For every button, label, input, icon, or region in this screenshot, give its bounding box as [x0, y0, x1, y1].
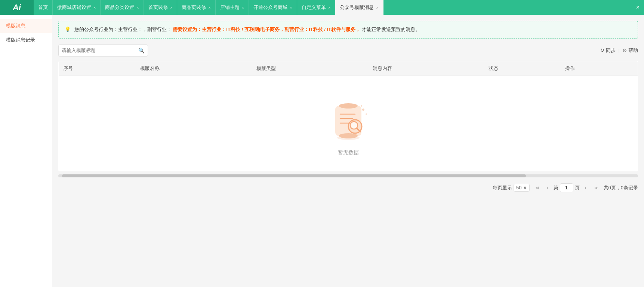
- tab-close-category[interactable]: ×: [136, 6, 139, 10]
- search-row: 🔍 ↻ 同步 | ⊙ 帮助: [58, 45, 638, 57]
- col-type: 模版类型: [252, 61, 368, 76]
- divider: |: [619, 48, 620, 53]
- sync-label: 同步: [606, 47, 616, 54]
- page-size-value: 50: [516, 185, 521, 190]
- svg-point-2: [339, 133, 358, 138]
- sidebar: 模版消息模版消息记录: [0, 15, 52, 287]
- page-size-dropdown[interactable]: 50 ∨: [514, 184, 529, 192]
- empty-illustration: [326, 98, 371, 143]
- tab-label-shop-theme: 店铺主题: [220, 4, 240, 11]
- search-input-wrap[interactable]: 🔍: [58, 45, 148, 57]
- tab-home-deco[interactable]: 首页装修 ×: [144, 0, 177, 15]
- tab-close-home-deco[interactable]: ×: [170, 6, 172, 10]
- page-prefix: 第: [554, 184, 558, 191]
- tab-custom-menu[interactable]: 自定义菜单 ×: [297, 0, 335, 15]
- tab-template-msg[interactable]: 公众号模版消息 ×: [335, 0, 383, 15]
- notice-text-before: 您的公众号行业为：主营行业：，副营行业：: [74, 27, 172, 32]
- tab-label-product-deco: 商品页装修: [182, 4, 206, 11]
- tab-label-home: 首页: [38, 4, 48, 11]
- search-input[interactable]: [62, 48, 138, 53]
- prev-page-button[interactable]: ‹: [543, 183, 552, 192]
- tab-close-open-mall[interactable]: ×: [290, 6, 292, 10]
- tab-bar: Ai 首页微商城店铺设置 ×商品分类设置 ×首页装修 ×商品页装修 ×店铺主题 …: [0, 0, 644, 15]
- sidebar-item-template-record[interactable]: 模版消息记录: [0, 33, 52, 47]
- svg-point-9: [362, 109, 364, 111]
- page-size-select: 每页显示 50 ∨: [493, 184, 529, 192]
- pagination: 每页显示 50 ∨ ⊲ ‹ 第 页 › ⊳ 共0页，0条记录: [58, 180, 638, 195]
- page-number-input[interactable]: [560, 183, 573, 192]
- next-page-button[interactable]: ›: [581, 183, 590, 192]
- content-area: 💡 您的公众号行业为：主营行业：，副营行业： 需要设置为：主营行业：IT科技 /…: [52, 15, 644, 287]
- scroll-track[interactable]: [58, 174, 638, 177]
- col-content: 消息内容: [368, 61, 484, 76]
- search-icon[interactable]: 🔍: [138, 48, 145, 54]
- first-page-button[interactable]: ⊲: [533, 183, 542, 192]
- help-button[interactable]: ⊙ 帮助: [623, 47, 638, 54]
- notice-text-after: 才能正常发送预置的消息。: [362, 27, 420, 32]
- svg-point-10: [366, 113, 367, 115]
- tab-wechat-shop[interactable]: 微商城店铺设置 ×: [53, 0, 101, 15]
- total-info: 共0页，0条记录: [604, 184, 638, 191]
- help-icon: ⊙: [623, 48, 627, 53]
- tab-product-deco[interactable]: 商品页装修 ×: [177, 0, 215, 15]
- window-close-button[interactable]: ×: [632, 4, 644, 11]
- tab-label-template-msg: 公众号模版消息: [340, 4, 374, 11]
- svg-point-11: [361, 105, 362, 107]
- tab-label-wechat-shop: 微商城店铺设置: [57, 4, 91, 11]
- tab-shop-theme[interactable]: 店铺主题 ×: [216, 0, 249, 15]
- svg-point-1: [339, 103, 358, 109]
- col-name: 模版名称: [136, 61, 252, 76]
- sync-help-area: ↻ 同步 | ⊙ 帮助: [600, 47, 638, 54]
- tab-close-custom-menu[interactable]: ×: [328, 6, 330, 10]
- empty-text: 暂无数据: [338, 149, 359, 156]
- col-index: 序号: [59, 61, 136, 76]
- tab-close-template-msg[interactable]: ×: [376, 6, 378, 10]
- empty-state: 暂无数据: [59, 76, 638, 171]
- table-header-row: 序号 模版名称 模版类型 消息内容 状态 操作: [59, 61, 638, 76]
- sidebar-item-template-msg[interactable]: 模版消息: [0, 19, 52, 33]
- col-status: 状态: [484, 61, 560, 76]
- app-logo: Ai: [0, 0, 34, 15]
- tab-close-wechat-shop[interactable]: ×: [93, 6, 96, 10]
- notice-banner: 💡 您的公众号行业为：主营行业：，副营行业： 需要设置为：主营行业：IT科技 /…: [58, 21, 638, 39]
- tab-close-product-deco[interactable]: ×: [208, 6, 210, 10]
- col-action: 操作: [561, 61, 638, 76]
- page-navigation: ⊲ ‹ 第 页 › ⊳: [533, 183, 601, 192]
- tab-home[interactable]: 首页: [34, 0, 53, 15]
- main-layout: 模版消息模版消息记录 💡 您的公众号行业为：主营行业：，副营行业： 需要设置为：…: [0, 15, 644, 287]
- notice-highlight: 需要设置为：主营行业：IT科技 / 互联网|电子商务，副营行业：IT科技 / I…: [173, 27, 360, 32]
- tab-label-home-deco: 首页装修: [148, 4, 168, 11]
- tab-label-open-mall: 开通公众号商城: [253, 4, 287, 11]
- sync-button[interactable]: ↻ 同步: [600, 47, 616, 54]
- tab-category[interactable]: 商品分类设置 ×: [101, 0, 144, 15]
- scroll-thumb[interactable]: [62, 174, 526, 177]
- tab-label-custom-menu: 自定义菜单: [302, 4, 326, 11]
- page-suffix: 页: [575, 184, 580, 191]
- data-table: 序号 模版名称 模版类型 消息内容 状态 操作: [58, 61, 638, 171]
- page-size-label: 每页显示: [493, 184, 512, 191]
- last-page-button[interactable]: ⊳: [592, 183, 601, 192]
- help-label: 帮助: [628, 47, 638, 54]
- tab-open-mall[interactable]: 开通公众号商城 ×: [249, 0, 297, 15]
- tab-close-shop-theme[interactable]: ×: [242, 6, 244, 10]
- sync-icon: ↻: [600, 48, 604, 53]
- notice-icon: 💡: [65, 27, 71, 32]
- dropdown-arrow-icon: ∨: [523, 185, 527, 190]
- tab-label-category: 商品分类设置: [105, 4, 134, 11]
